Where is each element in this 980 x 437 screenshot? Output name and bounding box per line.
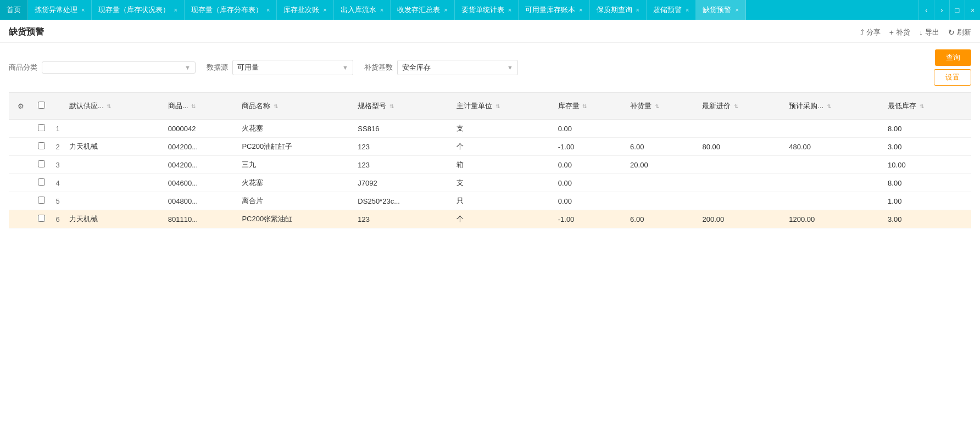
nav-tab-order-stat[interactable]: 要货单统计表× bbox=[455, 0, 519, 20]
nav-tab-close-flow[interactable]: × bbox=[380, 7, 383, 13]
row-gear bbox=[9, 138, 33, 156]
nav-tab-label-shortage: 缺货预警 bbox=[703, 5, 731, 15]
row-stock: -1.00 bbox=[555, 138, 627, 156]
row-stock: -1.00 bbox=[555, 210, 627, 228]
row-checkbox bbox=[33, 120, 49, 138]
unit-sort-icon: ⇅ bbox=[495, 103, 500, 109]
supplier-column-header[interactable]: 默认供应... ⇅ bbox=[66, 93, 165, 120]
table-row: 4004600...火花塞J7092支0.008.00 bbox=[9, 174, 971, 192]
row-unit: 只 bbox=[453, 192, 554, 210]
min-stock-sort-icon: ⇅ bbox=[920, 103, 924, 109]
datasource-label: 数据源 bbox=[207, 63, 228, 72]
table-row: 3004200...三九123箱0.0020.0010.00 bbox=[9, 156, 971, 174]
nav-tab-label-expiry: 保质期查询 bbox=[597, 5, 632, 15]
nav-tab-close-order-stat[interactable]: × bbox=[508, 7, 511, 13]
row-min-stock: 8.00 bbox=[884, 174, 971, 192]
unit-header-label: 主计量单位 bbox=[456, 102, 492, 110]
row-checkbox bbox=[33, 156, 49, 174]
nav-tab-close-exception[interactable]: × bbox=[81, 7, 85, 13]
code-column-header[interactable]: 商品... ⇅ bbox=[165, 93, 239, 120]
nav-tab-close-stock-status[interactable]: × bbox=[174, 7, 177, 13]
table-header-row: ⚙ 默认供应... ⇅ 商品... ⇅ 商品名称 bbox=[9, 93, 971, 120]
row-num: 3 bbox=[49, 156, 66, 174]
nav-tab-close-available[interactable]: × bbox=[579, 7, 582, 13]
nav-tab-close-expiry[interactable]: × bbox=[636, 7, 639, 13]
spec-column-header[interactable]: 规格型号 ⇅ bbox=[354, 93, 453, 120]
row-select-checkbox[interactable] bbox=[38, 124, 45, 131]
nav-tab-collect[interactable]: 收发存汇总表× bbox=[391, 0, 454, 20]
query-button[interactable]: 查询 bbox=[935, 49, 971, 66]
row-select-checkbox[interactable] bbox=[38, 142, 45, 149]
row-min-stock: 1.00 bbox=[884, 192, 971, 210]
nav-tab-available[interactable]: 可用量库存账本× bbox=[519, 0, 589, 20]
row-unit: 支 bbox=[453, 174, 554, 192]
stock-column-header[interactable]: 库存量 ⇅ bbox=[555, 93, 627, 120]
nav-tab-home[interactable]: 首页 bbox=[0, 0, 28, 20]
row-code: 0000042 bbox=[165, 120, 239, 138]
nav-tab-close-collect[interactable]: × bbox=[444, 7, 447, 13]
nav-tab-batch[interactable]: 库存批次账× bbox=[277, 0, 333, 20]
nav-tab-flow[interactable]: 出入库流水× bbox=[334, 0, 391, 20]
supplier-sort-icon: ⇅ bbox=[107, 103, 111, 109]
scroll-right-btn[interactable]: › bbox=[934, 0, 949, 20]
close-window-btn[interactable]: × bbox=[965, 0, 980, 20]
unit-column-header[interactable]: 主计量单位 ⇅ bbox=[453, 93, 554, 120]
scroll-left-btn[interactable]: ‹ bbox=[918, 0, 934, 20]
row-est-purchase bbox=[786, 192, 884, 210]
row-select-checkbox[interactable] bbox=[38, 160, 45, 167]
nav-tab-overstock[interactable]: 超储预警× bbox=[647, 0, 696, 20]
page-header: 缺货预警 ⤴ 分享 + 补货 ↓ 导出 ↻ 刷新 bbox=[0, 20, 980, 43]
refresh-action[interactable]: ↻ 刷新 bbox=[948, 27, 971, 37]
row-gear bbox=[9, 156, 33, 174]
replenish-label: 补货 bbox=[896, 27, 910, 37]
row-spec: SS816 bbox=[354, 120, 453, 138]
restore-btn[interactable]: □ bbox=[949, 0, 965, 20]
row-select-checkbox[interactable] bbox=[38, 178, 45, 186]
row-code: 801110... bbox=[165, 210, 239, 228]
checkbox-column-header bbox=[33, 93, 49, 120]
nav-tab-exception[interactable]: 拣货异常处理× bbox=[28, 0, 92, 20]
row-checkbox bbox=[33, 192, 49, 210]
row-select-checkbox[interactable] bbox=[38, 215, 45, 222]
nav-tab-close-batch[interactable]: × bbox=[323, 7, 326, 13]
replenish-base-value: 安全库存 bbox=[402, 63, 431, 72]
replenish-base-label: 补货基数 bbox=[364, 63, 393, 72]
replenish-action[interactable]: + 补货 bbox=[889, 27, 910, 37]
settings-button[interactable]: 设置 bbox=[934, 69, 971, 86]
share-icon: ⤴ bbox=[860, 28, 864, 37]
row-latest-price bbox=[699, 120, 786, 138]
replenish-header-label: 补货量 bbox=[630, 102, 652, 110]
nav-tab-label-collect: 收发存汇总表 bbox=[397, 5, 440, 15]
select-all-checkbox[interactable] bbox=[38, 102, 45, 109]
nav-tab-close-overstock[interactable]: × bbox=[686, 7, 689, 13]
category-filter: 商品分类 ▼ bbox=[9, 61, 196, 74]
nav-tab-close-shortage[interactable]: × bbox=[735, 7, 738, 13]
row-num: 1 bbox=[49, 120, 66, 138]
row-select-checkbox[interactable] bbox=[38, 197, 45, 204]
est-purchase-column-header[interactable]: 预计采购... ⇅ bbox=[786, 93, 884, 120]
header-actions: ⤴ 分享 + 补货 ↓ 导出 ↻ 刷新 bbox=[860, 27, 971, 37]
row-est-purchase bbox=[786, 156, 884, 174]
export-action[interactable]: ↓ 导出 bbox=[919, 27, 939, 37]
settings-gear-icon[interactable]: ⚙ bbox=[12, 97, 30, 115]
row-est-purchase bbox=[786, 120, 884, 138]
name-column-header[interactable]: 商品名称 ⇅ bbox=[238, 93, 354, 120]
nav-tab-stock-dist[interactable]: 现存量（库存分布表）× bbox=[185, 0, 277, 20]
replenish-column-header[interactable]: 补货量 ⇅ bbox=[627, 93, 699, 120]
nav-tab-expiry[interactable]: 保质期查询× bbox=[590, 0, 647, 20]
row-gear bbox=[9, 192, 33, 210]
nav-tab-close-stock-dist[interactable]: × bbox=[266, 7, 270, 13]
replenish-icon: + bbox=[889, 28, 894, 37]
table-row: 10000042火花塞SS816支0.008.00 bbox=[9, 120, 971, 138]
datasource-select[interactable]: 可用量 ▼ bbox=[232, 60, 353, 75]
export-label: 导出 bbox=[925, 27, 939, 37]
replenish-sort-icon: ⇅ bbox=[655, 103, 659, 109]
nav-tab-stock-status[interactable]: 现存量（库存状况表）× bbox=[92, 0, 184, 20]
nav-tab-shortage[interactable]: 缺货预警× bbox=[696, 0, 745, 20]
row-supplier bbox=[66, 156, 165, 174]
category-select[interactable]: ▼ bbox=[42, 61, 196, 74]
min-stock-column-header[interactable]: 最低库存 ⇅ bbox=[884, 93, 971, 120]
latest-price-column-header[interactable]: 最新进价 ⇅ bbox=[699, 93, 786, 120]
share-action[interactable]: ⤴ 分享 bbox=[860, 27, 881, 37]
replenish-base-select[interactable]: 安全库存 ▼ bbox=[397, 60, 518, 75]
